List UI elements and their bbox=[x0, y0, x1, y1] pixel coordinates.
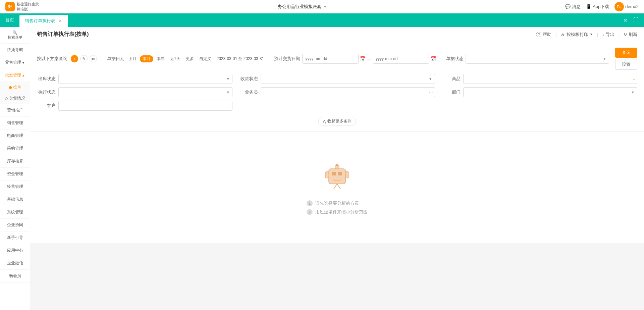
print-icon: 🖨 bbox=[561, 32, 565, 37]
filter-area: 按以下方案查询 + ✎ ≪ 单据日期 上月 本月 本年 近7天 更多 自定义 bbox=[30, 42, 644, 131]
sidebar-item-app-center[interactable]: 应用中心 bbox=[0, 244, 30, 257]
dept-filter: 部门 ▼ bbox=[442, 87, 637, 97]
collapse-scheme-button[interactable]: ≪ bbox=[90, 55, 97, 62]
sidebar-item-basic[interactable]: 基础信息 bbox=[0, 193, 30, 206]
expected-date-start-input[interactable] bbox=[302, 54, 359, 64]
maximize-window-icon[interactable]: ⛶ bbox=[632, 16, 640, 24]
calendar-start-icon[interactable]: 📅 bbox=[360, 56, 366, 61]
sidebar-item-quick-nav[interactable]: 快捷导航 bbox=[0, 44, 30, 56]
outbound-select[interactable] bbox=[58, 74, 232, 84]
template-print-arrow-icon: ▼ bbox=[590, 33, 593, 36]
customer-input[interactable] bbox=[58, 101, 232, 111]
tab-home[interactable]: 首页 bbox=[0, 13, 19, 27]
collapse-up-icon: ⋀ bbox=[323, 119, 326, 124]
sidebar-item-retail[interactable]: 零售管理 ▼ bbox=[0, 56, 30, 69]
chevron-up-icon: ▲ bbox=[22, 73, 25, 77]
sidebar-item-inventory[interactable]: 库存核算 bbox=[0, 155, 30, 168]
salesman-dots-icon[interactable]: ··· bbox=[429, 90, 433, 95]
receipt-filter: 收款状态 ▼ bbox=[239, 74, 435, 84]
status-select[interactable] bbox=[466, 54, 609, 64]
sidebar-item-purchase[interactable]: 采购管理 bbox=[0, 142, 30, 155]
status-label: 单据状态 bbox=[446, 56, 464, 62]
calendar-end-icon[interactable]: 📅 bbox=[430, 56, 436, 61]
exec-status-filter: 执行状态 ▼ bbox=[37, 87, 232, 97]
product-dots-icon[interactable]: ··· bbox=[631, 76, 635, 82]
help-icon: ? bbox=[536, 32, 541, 37]
empty-illustration bbox=[320, 159, 354, 192]
custom-btn[interactable]: 自定义 bbox=[197, 55, 213, 62]
sidebar: 🔍 搜索菜单 快捷导航 零售管理 ▼ 批发管理 ▲ 按单 欠货情况 营销推广 bbox=[0, 27, 30, 310]
date-quick-buttons: 上月 本月 本年 近7天 更多 自定义 bbox=[126, 55, 213, 62]
filter-row-4: 客户 ··· bbox=[37, 101, 637, 111]
dept-label: 部门 bbox=[442, 89, 461, 95]
outbound-select-wrapper: ▼ bbox=[58, 74, 232, 84]
filter-row-2: 出库状态 ▼ 收款状态 ▼ bbox=[37, 74, 637, 84]
status-select-wrapper: ▼ bbox=[466, 54, 609, 64]
expected-date-end-input[interactable] bbox=[373, 54, 429, 64]
breadcrumb-arrow-icon[interactable]: ▾ bbox=[324, 4, 326, 9]
current-month-btn[interactable]: 本月 bbox=[140, 55, 153, 62]
export-button[interactable]: ↓ 导出 bbox=[602, 32, 614, 38]
product-input[interactable] bbox=[463, 74, 637, 84]
sidebar-item-newbie[interactable]: 新手引导 bbox=[0, 231, 30, 244]
sidebar-item-member[interactable]: 畅会员 bbox=[0, 270, 30, 282]
outbound-label: 出库状态 bbox=[37, 76, 56, 82]
sidebar-item-sales-mgmt[interactable]: 销售管理 bbox=[0, 117, 30, 130]
sidebar-item-finance[interactable]: 资金管理 bbox=[0, 168, 30, 180]
exec-status-select[interactable] bbox=[58, 87, 232, 97]
edit-scheme-button[interactable]: ✎ bbox=[80, 55, 88, 62]
tab-close-icon[interactable]: ✕ bbox=[57, 18, 63, 23]
page-title: 销售订单执行表(按单) bbox=[37, 31, 89, 38]
sidebar-item-wechat[interactable]: 企业微信 bbox=[0, 257, 30, 270]
current-year-btn[interactable]: 本年 bbox=[155, 55, 167, 62]
customer-dots-icon[interactable]: ··· bbox=[227, 103, 231, 108]
help-button[interactable]: ? 帮助 bbox=[536, 32, 551, 38]
app-download-button[interactable]: 📱 App下载 bbox=[586, 4, 609, 10]
user-avatar: Ea bbox=[614, 2, 624, 11]
nav-tab-controls: ✕ ⛶ bbox=[621, 16, 644, 24]
sidebar-item-marketing[interactable]: 营销推广 bbox=[0, 104, 30, 117]
page-header: 销售订单执行表(按单) ? 帮助 | 🖨 按模板打印 ▼ | ↓ 导出 | bbox=[30, 27, 644, 42]
salesman-input[interactable] bbox=[261, 87, 435, 97]
message-button[interactable]: 💬 消息 bbox=[565, 4, 581, 10]
filter-scheme-actions: + ✎ ≪ bbox=[71, 55, 97, 62]
dept-select[interactable] bbox=[463, 87, 637, 97]
sidebar-sub-item-credit[interactable]: 欠货情况 bbox=[0, 93, 30, 104]
user-profile[interactable]: Ea demo2 bbox=[614, 2, 639, 11]
receipt-select[interactable] bbox=[261, 74, 435, 84]
tab-sales-order[interactable]: 销售订单执行表 ✕ bbox=[19, 15, 68, 27]
exec-status-label: 执行状态 bbox=[37, 89, 56, 95]
app-icon: 📱 bbox=[586, 4, 591, 9]
logo-icon: 好 bbox=[5, 2, 15, 11]
settings-button[interactable]: 设置 bbox=[615, 59, 637, 70]
sidebar-item-wholesale[interactable]: 批发管理 ▲ bbox=[0, 69, 30, 82]
sidebar-item-system[interactable]: 系统管理 bbox=[0, 206, 30, 219]
logo-text: 畅捷通好生意 标准版 bbox=[17, 2, 39, 11]
refresh-button[interactable]: ↻ 刷新 bbox=[624, 32, 637, 38]
receipt-select-wrapper: ▼ bbox=[261, 74, 435, 84]
sidebar-sub-item-order[interactable]: 按单 bbox=[0, 82, 30, 93]
query-button[interactable]: 查询 bbox=[615, 48, 637, 58]
filter-scheme-label: 按以下方案查询 bbox=[37, 56, 67, 62]
last-month-btn[interactable]: 上月 bbox=[126, 55, 139, 62]
collapse-button[interactable]: ⋀ 收起更多条件 bbox=[318, 117, 356, 126]
content-area: 销售订单执行表(按单) ? 帮助 | 🖨 按模板打印 ▼ | ↓ 导出 | bbox=[30, 27, 644, 310]
sidebar-item-search[interactable]: 🔍 搜索菜单 bbox=[0, 27, 30, 44]
dept-select-wrapper: ▼ bbox=[463, 87, 637, 97]
search-icon: 🔍 bbox=[12, 30, 17, 35]
add-scheme-button[interactable]: + bbox=[71, 55, 78, 62]
empty-state: 1 请先选择要分析的方案 2 用过滤条件来缩小分析范围 bbox=[30, 132, 644, 243]
minimize-window-icon[interactable]: ✕ bbox=[621, 16, 629, 24]
last7-btn[interactable]: 近7天 bbox=[168, 55, 182, 62]
more-btn[interactable]: 更多 bbox=[184, 55, 196, 62]
sidebar-item-operations[interactable]: 经营管理 bbox=[0, 180, 30, 193]
template-print-button[interactable]: 🖨 按模板打印 ▼ bbox=[561, 32, 593, 38]
expected-date-label: 预计交货日期 bbox=[274, 56, 300, 62]
date-range-display: 2023-03-01 至 2023-03-31 bbox=[217, 56, 264, 62]
export-icon: ↓ bbox=[602, 32, 604, 37]
sidebar-item-corp[interactable]: 企业协同 bbox=[0, 219, 30, 231]
svg-rect-2 bbox=[338, 172, 342, 175]
svg-line-8 bbox=[334, 184, 337, 189]
sidebar-item-ecommerce[interactable]: 电商管理 bbox=[0, 130, 30, 142]
step-2-number: 2 bbox=[307, 209, 313, 215]
